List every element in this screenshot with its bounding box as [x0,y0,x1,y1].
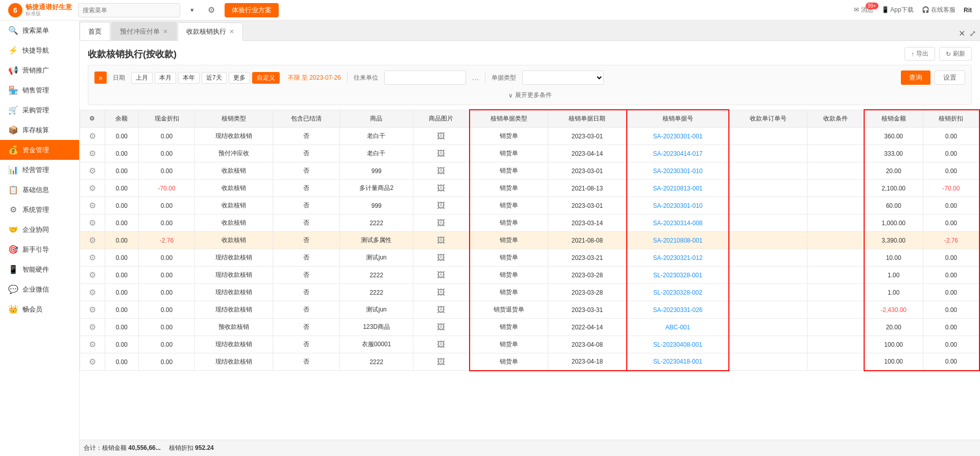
sidebar-item-purchase[interactable]: 🛒采购管理 [0,100,79,120]
bill-no-link[interactable]: SA-20230314-008 [653,220,702,227]
cell-9[interactable]: SL-20230418-001 [627,353,729,371]
row-settings-icon[interactable]: ⚙ [89,340,96,349]
more-date-btn[interactable]: 更多 [229,72,250,84]
cell-0[interactable]: ⚙ [80,336,105,353]
tab-2[interactable]: 收款核销执行✕ [178,22,243,41]
cell-0[interactable]: ⚙ [80,353,105,371]
bill-no-link[interactable]: SA-20230301-010 [653,202,702,209]
bill-no-link[interactable]: SA-20210808-001 [653,237,702,244]
user-area[interactable]: Rit [964,7,972,14]
row-settings-icon[interactable]: ⚙ [89,236,96,245]
row-settings-icon[interactable]: ⚙ [89,305,96,314]
bill-no-link[interactable]: ABC-001 [665,324,690,331]
cell-0[interactable]: ⚙ [80,180,105,197]
custom-date-btn[interactable]: 自定义 [252,72,280,84]
trial-btn[interactable]: 体验行业方案 [225,3,279,17]
cell-0[interactable]: ⚙ [80,214,105,232]
sidebar-item-member[interactable]: 👑畅会员 [0,299,79,319]
cell-9[interactable]: SA-20230301-010 [627,197,729,214]
filter-dots[interactable]: ... [472,73,479,82]
sidebar-item-smart-hw[interactable]: 📱智能硬件 [0,259,79,279]
cell-0[interactable]: ⚙ [80,145,105,162]
row-settings-icon[interactable]: ⚙ [89,201,96,210]
sidebar-item-operations[interactable]: 📊经营管理 [0,160,79,180]
cell-0[interactable]: ⚙ [80,267,105,284]
cell-9[interactable]: SL-20230328-002 [627,284,729,301]
bill-no-link[interactable]: SL-20230408-001 [653,341,702,348]
party-input[interactable] [384,70,466,85]
message-area[interactable]: ✉ 消息 99+ [854,6,873,14]
settings-gear-button[interactable]: ⚙ [204,3,218,17]
cell-9[interactable]: SA-20230301-010 [627,162,729,180]
cell-9[interactable]: SA-20230321-012 [627,249,729,267]
tab-close-2[interactable]: ✕ [229,28,234,35]
export-button[interactable]: ↑ 导出 [904,47,935,61]
cell-9[interactable]: SA-20210808-001 [627,232,729,249]
table-wrapper[interactable]: ⚙余额现金折扣核销类型包含已结清商品商品图片核销单据类型核销单据日期核销单据号收… [80,109,980,440]
bill-no-link[interactable]: SA-20230321-012 [653,254,702,261]
sidebar-item-quick-nav[interactable]: ⚡快捷导航 [0,40,79,60]
maximize-button[interactable]: ⤢ [969,29,976,38]
filter-toggle-button[interactable]: » [94,71,107,84]
cell-9[interactable]: ABC-001 [627,319,729,336]
cell-0[interactable]: ⚙ [80,232,105,249]
cell-0[interactable]: ⚙ [80,162,105,180]
sidebar-item-finance[interactable]: 💰资金管理 [0,140,79,160]
tab-close-1[interactable]: ✕ [163,28,168,35]
bill-no-link[interactable]: SA-20210813-001 [653,185,702,192]
row-settings-icon[interactable]: ⚙ [89,288,96,297]
bill-no-link[interactable]: SL-20230328-002 [653,289,702,296]
sidebar-item-collab[interactable]: 🤝企业协同 [0,220,79,239]
row-settings-icon[interactable]: ⚙ [89,149,96,158]
refresh-button[interactable]: ↻ 刷新 [939,47,972,61]
sidebar-item-basic-info[interactable]: 📋基础信息 [0,180,79,200]
sidebar-item-wechat[interactable]: 💬企业微信 [0,279,79,299]
cell-9[interactable]: SA-20230314-008 [627,214,729,232]
last-7days-btn[interactable]: 近7天 [202,72,227,84]
bill-no-link[interactable]: SA-20230301-001 [653,133,702,140]
bill-no-link[interactable]: SA-20230301-010 [653,167,702,175]
cell-0[interactable]: ⚙ [80,301,105,319]
bill-type-select[interactable] [522,70,604,85]
query-button[interactable]: 查询 [901,70,930,85]
cell-9[interactable]: SA-20230331-026 [627,301,729,319]
tab-1[interactable]: 预付冲应付单✕ [111,22,177,40]
last-month-btn[interactable]: 上月 [131,72,153,84]
row-settings-icon[interactable]: ⚙ [89,323,96,331]
filter-settings-button[interactable]: 设置 [935,70,965,85]
sidebar-item-inventory[interactable]: 📦库存核算 [0,120,79,140]
bill-no-link[interactable]: SA-20230414-017 [653,150,702,157]
cell-0[interactable]: ⚙ [80,249,105,267]
online-service[interactable]: 🎧 在线客服 [922,6,955,14]
bill-no-link[interactable]: SL-20230418-001 [653,358,702,365]
row-settings-icon[interactable]: ⚙ [89,132,96,140]
close-tab-button[interactable]: ✕ [959,29,965,38]
sidebar-item-system[interactable]: ⚙系统管理 [0,200,79,220]
expand-filter-button[interactable]: ∨ 展开更多条件 [508,91,552,100]
sidebar-item-sales[interactable]: 🏪销售管理 [0,80,79,100]
dropdown-button[interactable]: ▾ [186,3,198,17]
tab-0[interactable]: 首页 [80,22,110,40]
sidebar-item-search[interactable]: 🔍搜索菜单 [0,20,79,40]
cell-9[interactable]: SA-20230414-017 [627,145,729,162]
cell-0[interactable]: ⚙ [80,319,105,336]
row-settings-icon[interactable]: ⚙ [89,166,96,175]
cell-0[interactable]: ⚙ [80,284,105,301]
cell-0[interactable]: ⚙ [80,128,105,145]
cell-9[interactable]: SL-20230408-001 [627,336,729,353]
row-settings-icon[interactable]: ⚙ [89,271,96,279]
top-search-input[interactable] [78,3,180,17]
app-download[interactable]: 📱 App下载 [881,6,914,14]
row-settings-icon[interactable]: ⚙ [89,219,96,227]
this-year-btn[interactable]: 本年 [178,72,200,84]
row-settings-icon[interactable]: ⚙ [89,253,96,262]
cell-9[interactable]: SL-20230328-001 [627,267,729,284]
row-settings-icon[interactable]: ⚙ [89,357,96,366]
this-month-btn[interactable]: 本月 [155,72,176,84]
cell-9[interactable]: SA-20230301-001 [627,128,729,145]
sidebar-item-marketing[interactable]: 📢营销推广 [0,60,79,80]
bill-no-link[interactable]: SL-20230328-001 [653,272,702,279]
bill-no-link[interactable]: SA-20230331-026 [653,306,702,314]
row-settings-icon[interactable]: ⚙ [89,184,96,193]
cell-0[interactable]: ⚙ [80,197,105,214]
